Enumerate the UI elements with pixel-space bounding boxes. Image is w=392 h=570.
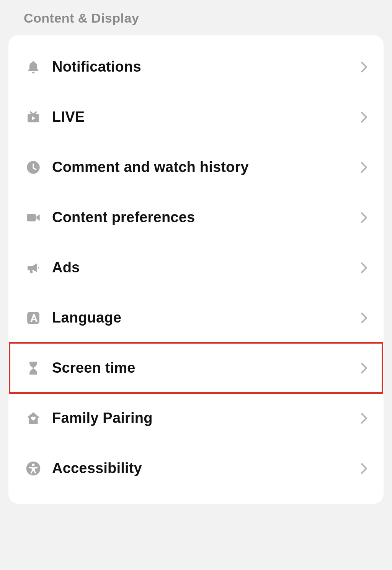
row-content-preferences[interactable]: Content preferences [8,192,384,242]
video-camera-icon [25,210,41,226]
settings-card: Notifications LIVE Comment and watch his… [8,35,384,504]
chevron-right-icon [359,310,369,326]
row-label: Ads [52,259,359,276]
hourglass-icon [25,360,41,376]
chevron-right-icon [359,360,369,376]
chevron-right-icon [359,411,369,426]
section-title: Content & Display [8,11,384,35]
chevron-right-icon [359,160,369,175]
chevron-right-icon [359,461,369,476]
letter-a-icon [25,310,41,326]
accessibility-icon [25,460,41,477]
row-label: Language [52,310,359,326]
row-label: Screen time [52,360,359,376]
tv-play-icon [25,109,41,125]
chevron-right-icon [359,210,369,225]
chevron-right-icon [359,59,369,75]
chevron-right-icon [359,260,369,275]
row-screen-time[interactable]: Screen time [10,343,382,393]
chevron-right-icon [359,110,369,125]
clock-icon [25,159,41,175]
row-label: Comment and watch history [52,159,359,175]
row-label: Family Pairing [52,410,359,426]
home-heart-icon [25,410,41,426]
row-notifications[interactable]: Notifications [8,42,384,92]
row-label: Content preferences [52,209,359,226]
row-label: Notifications [52,59,359,75]
row-label: Accessibility [52,460,359,477]
row-live[interactable]: LIVE [8,92,384,142]
row-label: LIVE [52,109,359,125]
megaphone-icon [25,260,41,276]
row-accessibility[interactable]: Accessibility [8,443,384,493]
row-language[interactable]: Language [8,293,384,343]
bell-icon [25,59,41,75]
row-ads[interactable]: Ads [8,242,384,293]
row-family-pairing[interactable]: Family Pairing [8,393,384,443]
svg-rect-1 [27,214,36,221]
row-comment-watch-history[interactable]: Comment and watch history [8,142,384,192]
svg-point-4 [32,464,35,466]
